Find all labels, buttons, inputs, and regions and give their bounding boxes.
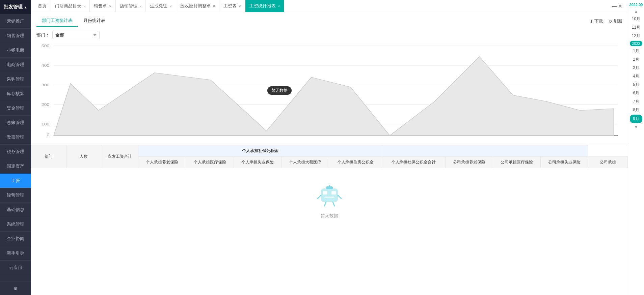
timeline-month-1月[interactable]: 1月: [628, 47, 643, 55]
dept-label: 部门：: [36, 32, 50, 38]
sidebar-item-系统管理[interactable]: 系统管理: [0, 217, 31, 232]
timeline-month-12月[interactable]: 12月: [628, 32, 643, 40]
tab-bar: 首页门店商品目录×销售单×店铺管理×生成凭证×应收应付调整单×工资表×工资统计报…: [31, 0, 628, 12]
tab-生成凭证[interactable]: 生成凭证×: [146, 0, 176, 12]
sidebar-item-固定资产[interactable]: 固定资产: [0, 159, 31, 174]
th-group-personal: 个人承担社保公积金: [138, 145, 382, 157]
svg-text:400: 400: [42, 63, 49, 67]
timeline-month-10月[interactable]: 10月: [628, 15, 643, 23]
timeline-up-arrow[interactable]: ▲: [633, 8, 639, 15]
minimize-icon[interactable]: —: [612, 3, 617, 9]
sub-tab-bar: 部门工资统计表月份统计表 ⬇ 下载 ↺ 刷新: [31, 12, 628, 27]
th-sub-公司承担养老保险: 公司承担养老保险: [445, 157, 493, 168]
th-sub-公司承担医疗保险: 公司承担医疗保险: [493, 157, 540, 168]
table-wrapper[interactable]: 部门人数应发工资合计个人承担社保公积金 个人承担养老保险个人承担医疗保险个人承担…: [31, 145, 628, 295]
svg-line-19: [318, 195, 321, 199]
svg-rect-14: [323, 191, 327, 195]
dept-select-wrap[interactable]: 全部销售部财务部运营部: [52, 31, 100, 39]
svg-text:300: 300: [42, 83, 49, 87]
tab-首页[interactable]: 首页: [34, 0, 51, 12]
th-sub-公司承担: 公司承担: [588, 157, 628, 168]
main-area: 首页门店商品目录×销售单×店铺管理×生成凭证×应收应付调整单×工资表×工资统计报…: [31, 0, 628, 295]
sidebar-item-新手引导[interactable]: 新手引导: [0, 246, 31, 261]
sidebar-item-云应用[interactable]: 云应用: [0, 261, 31, 275]
timeline-year-2022[interactable]: 2022: [630, 41, 642, 46]
sub-tab-部门工资统计表[interactable]: 部门工资统计表: [36, 16, 78, 27]
sidebar-item-采购管理[interactable]: 采购管理: [0, 72, 31, 87]
dept-toolbar: 部门： 全部销售部财务部运营部: [31, 27, 628, 42]
sidebar-item-库存核算[interactable]: 库存核算: [0, 87, 31, 101]
sidebar-item-企业协同[interactable]: 企业协同: [0, 232, 31, 246]
svg-rect-18: [329, 185, 330, 187]
content-area: 部门工资统计表月份统计表 ⬇ 下载 ↺ 刷新 部门： 全部销售部财务部运营部: [31, 12, 628, 295]
timeline-month-8月[interactable]: 8月: [628, 106, 643, 114]
svg-text:500: 500: [42, 44, 49, 48]
th-group-company: [382, 145, 588, 157]
sidebar-item-发票管理[interactable]: 发票管理: [0, 130, 31, 145]
sidebar-item-工资[interactable]: 工资: [0, 174, 31, 188]
tab-销售单[interactable]: 销售单×: [90, 0, 115, 12]
svg-text:0: 0: [47, 133, 49, 137]
tab-close-门店商品目录[interactable]: ×: [83, 4, 85, 8]
empty-state: 暂无数据: [31, 168, 628, 232]
tab-close-店铺管理[interactable]: ×: [139, 4, 141, 8]
th-部门: 部门: [31, 145, 66, 168]
timeline-down-arrow[interactable]: ▼: [633, 123, 639, 130]
sidebar-item-总账管理[interactable]: 总账管理: [0, 116, 31, 130]
th-sub-个人承担失业保险: 个人承担失业保险: [234, 157, 281, 168]
tab-工资统计报表[interactable]: 工资统计报表×: [245, 0, 284, 12]
svg-line-21: [324, 202, 326, 206]
tab-门店商品目录[interactable]: 门店商品目录×: [51, 0, 90, 12]
tab-close-工资统计报表[interactable]: ×: [278, 4, 280, 8]
timeline-month-6月[interactable]: 6月: [628, 89, 643, 97]
sidebar-item-小畅电商[interactable]: 小畅电商: [0, 43, 31, 58]
toolbar-right: ⬇ 下载 ↺ 刷新: [589, 18, 622, 24]
timeline-month-5月[interactable]: 5月: [628, 81, 643, 89]
sidebar-item-税务管理[interactable]: 税务管理: [0, 145, 31, 159]
tab-close-工资表[interactable]: ×: [239, 4, 241, 8]
tab-店铺管理[interactable]: 店铺管理×: [116, 0, 146, 12]
sidebar-title[interactable]: 批发管理 ▲: [0, 0, 31, 14]
sidebar-item-营销推广[interactable]: 营销推广: [0, 14, 31, 29]
sidebar-item-基础信息[interactable]: 基础信息: [0, 203, 31, 217]
timeline-month-11月[interactable]: 11月: [628, 23, 643, 32]
window-controls[interactable]: — ✕: [610, 3, 625, 9]
tab-close-生成凭证[interactable]: ×: [169, 4, 171, 8]
toolbar-left: 部门： 全部销售部财务部运营部: [36, 31, 100, 39]
timeline-month-2月[interactable]: 2月: [628, 55, 643, 64]
timeline-month-4月[interactable]: 4月: [628, 72, 643, 81]
download-button[interactable]: ⬇ 下载: [589, 18, 603, 24]
right-panel: 2022.09 ▲ 10月11月12月20221月2月3月4月5月6月7月8月9…: [628, 0, 644, 295]
svg-rect-13: [321, 188, 338, 202]
sidebar-collapse-icon: ▲: [24, 5, 27, 9]
th-人数: 人数: [66, 145, 101, 168]
tab-close-销售单[interactable]: ×: [109, 4, 111, 8]
sidebar-item-销售管理[interactable]: 销售管理: [0, 29, 31, 43]
timeline-month-9月[interactable]: 9月: [630, 115, 642, 123]
refresh-button[interactable]: ↺ 刷新: [609, 18, 622, 24]
dept-select[interactable]: 全部销售部财务部运营部: [52, 31, 100, 39]
chart-svg: 500 400 300 200 100 0: [36, 42, 622, 140]
svg-rect-15: [331, 191, 336, 195]
tab-close-应收应付调整单[interactable]: ×: [213, 4, 215, 8]
sidebar-item-经营管理[interactable]: 经营管理: [0, 188, 31, 203]
th-sub-个人承担社保公积金合计: 个人承担社保公积金合计: [382, 157, 445, 168]
timeline-header: 2022.09: [629, 1, 644, 8]
timeline-month-3月[interactable]: 3月: [628, 64, 643, 72]
th-sub-个人承担养老保险: 个人承担养老保险: [138, 157, 186, 168]
sidebar-item-资金管理[interactable]: 资金管理: [0, 101, 31, 116]
chart-container: 500 400 300 200 100 0 暂无数据: [31, 42, 628, 145]
empty-text: 暂无数据: [321, 213, 338, 219]
close-icon[interactable]: ✕: [618, 3, 622, 9]
tab-工资表[interactable]: 工资表×: [219, 0, 245, 12]
th-应发工资合计: 应发工资合计: [101, 145, 138, 168]
download-icon: ⬇: [589, 19, 593, 24]
settings-button[interactable]: ⚙: [0, 282, 31, 295]
sidebar-item-电商管理[interactable]: 电商管理: [0, 58, 31, 72]
tab-应收应付调整单[interactable]: 应收应付调整单×: [176, 0, 219, 12]
th-sub-个人承担住房公积金: 个人承担住房公积金: [329, 157, 382, 168]
sidebar: 批发管理 ▲ 营销推广销售管理小畅电商电商管理采购管理库存核算资金管理总账管理发…: [0, 0, 31, 295]
sidebar-title-label: 批发管理: [4, 4, 23, 10]
timeline-month-7月[interactable]: 7月: [628, 97, 643, 106]
sub-tab-月份统计表[interactable]: 月份统计表: [78, 16, 111, 27]
